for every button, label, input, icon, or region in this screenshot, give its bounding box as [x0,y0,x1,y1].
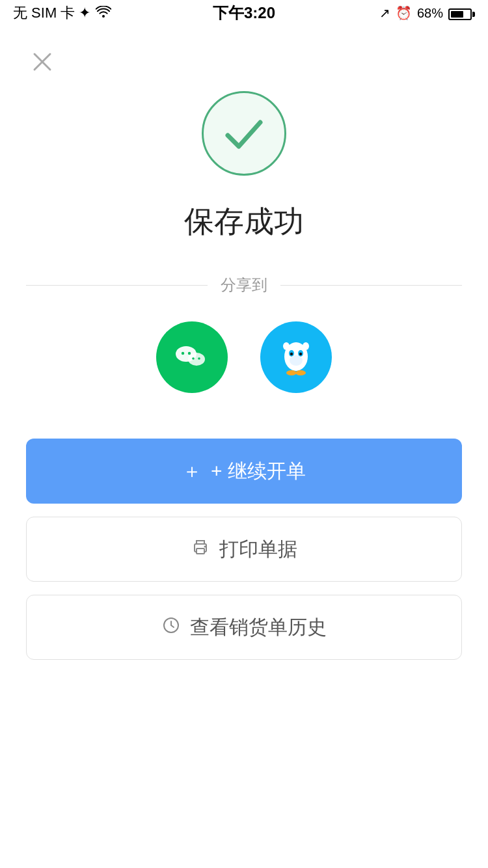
svg-point-5 [188,352,191,355]
svg-point-17 [295,370,306,375]
continue-button[interactable]: ＋ + 继续开单 [26,439,462,504]
no-sim-label: 无 SIM 卡 ✦ [13,3,90,23]
svg-point-15 [303,342,309,350]
clock-icon [161,616,181,640]
action-buttons: ＋ + 继续开单 打印单据 查看销货单历 [26,439,462,660]
share-label: 分享到 [221,275,267,295]
alarm-icon: ⏰ [396,5,412,21]
close-button[interactable] [26,46,59,78]
svg-point-21 [204,545,206,547]
svg-point-3 [188,353,205,366]
plus-icon: ＋ [182,458,202,485]
svg-point-18 [290,355,303,366]
status-time: 下午3:20 [213,3,275,23]
history-label: 查看销货单历史 [190,614,327,641]
share-divider: 分享到 [26,275,462,295]
printer-icon [191,537,210,562]
svg-point-16 [286,370,297,375]
battery-icon [448,6,475,21]
history-button[interactable]: 查看销货单历史 [26,595,462,660]
print-label: 打印单据 [219,536,297,563]
print-button[interactable]: 打印单据 [26,517,462,582]
continue-label: + 继续开单 [211,458,306,485]
share-wechat-button[interactable] [156,321,228,393]
battery-percent: 68% [417,6,443,21]
success-icon-circle [202,91,286,176]
wifi-icon [96,5,111,21]
status-left: 无 SIM 卡 ✦ [13,3,111,23]
share-icons-row [156,321,332,393]
svg-rect-20 [197,549,204,554]
svg-point-7 [198,357,200,360]
status-right: ↗ ⏰ 68% [379,5,475,21]
svg-point-14 [283,342,290,350]
main-content: 保存成功 分享到 [0,26,488,868]
status-bar: 无 SIM 卡 ✦ 下午3:20 ↗ ⏰ 68% [0,0,488,26]
svg-point-4 [182,352,184,355]
svg-point-12 [299,353,302,355]
location-icon: ↗ [379,5,390,21]
svg-point-11 [290,353,293,355]
svg-point-6 [192,357,195,360]
success-title: 保存成功 [184,202,304,242]
share-qq-button[interactable] [260,321,332,393]
